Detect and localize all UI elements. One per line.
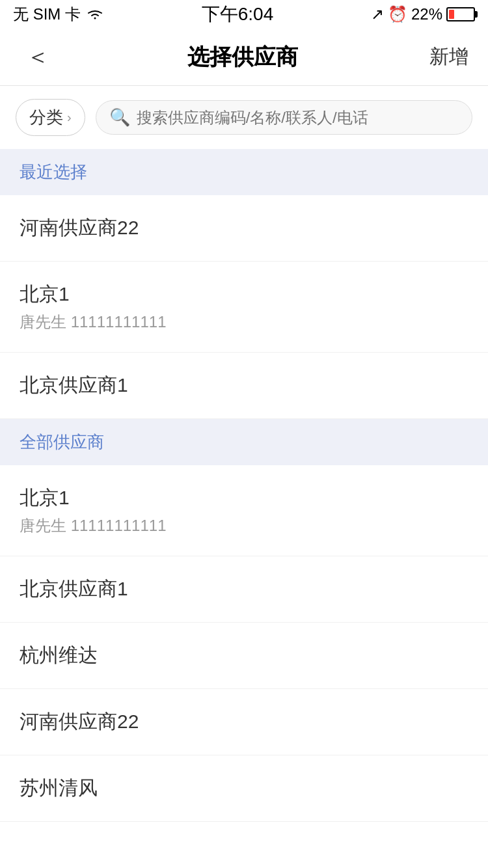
list-item[interactable]: 杭州维达 [0,623,488,689]
category-label: 分类 [29,106,63,129]
item-name: 北京供应商1 [20,576,468,603]
status-right: ↗ ⏰ 22% [371,5,475,23]
status-time: 下午6:04 [202,2,274,27]
carrier-label: 无 SIM 卡 [13,4,81,25]
new-action-button[interactable]: 新增 [429,44,468,70]
sections-container: 最近选择河南供应商22北京1唐先生 11111111111北京供应商1全部供应商… [0,149,488,822]
section-header-all: 全部供应商 [0,419,488,465]
list-item[interactable]: 河南供应商22 [0,689,488,755]
list-item[interactable]: 苏州清风 [0,755,488,822]
list-item[interactable]: 北京1唐先生 11111111111 [0,262,488,353]
item-name: 苏州清风 [20,775,468,802]
wifi-icon [86,8,104,21]
item-name: 河南供应商22 [20,215,468,241]
item-name: 北京1 [20,485,468,511]
list-item[interactable]: 北京供应商1 [0,556,488,623]
battery-icon [446,7,475,21]
list-item[interactable]: 北京1唐先生 11111111111 [0,465,488,556]
search-bar: 分类 › 🔍 [0,86,488,149]
battery-percent: 22% [411,5,442,23]
item-sub: 唐先生 11111111111 [20,515,468,536]
item-name: 杭州维达 [20,642,468,669]
item-name: 北京1 [20,281,468,308]
nav-title: 选择供应商 [187,42,298,72]
search-icon: 🔍 [109,107,130,128]
item-sub: 唐先生 11111111111 [20,312,468,332]
back-button[interactable]: ＜ [20,34,56,79]
list-item[interactable]: 河南供应商22 [0,195,488,262]
status-left: 无 SIM 卡 [13,4,104,25]
chevron-right-icon: › [67,110,72,125]
category-button[interactable]: 分类 › [16,99,85,136]
item-name: 河南供应商22 [20,709,468,735]
alarm-icon: ⏰ [388,5,407,23]
battery-fill [449,10,454,19]
search-input[interactable] [137,109,459,127]
nav-bar: ＜ 选择供应商 新增 [0,29,488,86]
section-header-recent: 最近选择 [0,149,488,195]
list-item[interactable]: 北京供应商1 [0,353,488,419]
search-input-wrap[interactable]: 🔍 [96,100,472,135]
location-icon: ↗ [371,5,384,23]
item-name: 北京供应商1 [20,372,468,399]
status-bar: 无 SIM 卡 下午6:04 ↗ ⏰ 22% [0,0,488,29]
